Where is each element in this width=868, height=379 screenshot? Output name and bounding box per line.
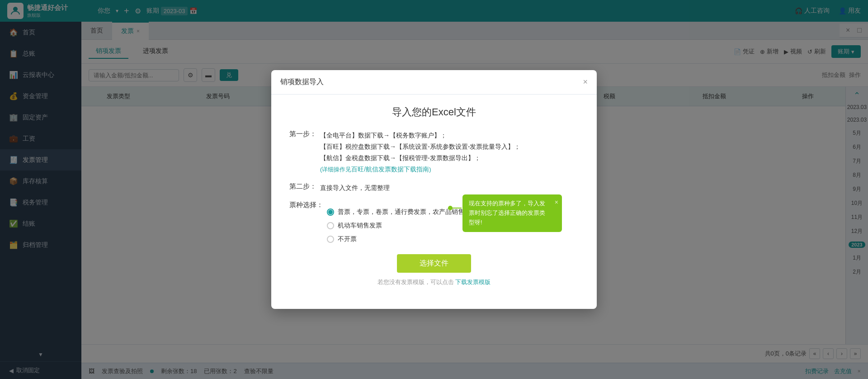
radio-unchecked-icon-2 (327, 222, 334, 229)
step2-label: 第二步： (289, 182, 316, 191)
step2-content: 直接导入文件，无需整理 (320, 182, 390, 194)
tooltip-line (448, 208, 462, 208)
select-file-btn[interactable]: 选择文件 (397, 254, 471, 273)
step1-line1: 【全电平台】数据下载→【税务数字账户】； (320, 130, 520, 141)
template-text: 若您没有发票模版，可以点击 下载发票模版 (377, 278, 491, 286)
tooltip-text: 现在支持的票种多了，导入发票时别忘了选择正确的发票类型呀! (469, 200, 545, 226)
download-template-link[interactable]: 下载发票模版 (455, 279, 491, 285)
radio-unchecked-icon-3 (327, 236, 334, 243)
radio-section: 票种选择： 普票，专票，卷票，通行费发票，农产品销售发票 机动车销售发票 (289, 201, 579, 254)
modal-header: 销项数据导入 × (271, 70, 597, 95)
modal-footer: 选择文件 若您没有发票模版，可以点击 下载发票模版 (289, 254, 579, 295)
step1-row: 第一步： 【全电平台】数据下载→【税务数字账户】； 【百旺】税控盘数据下载→【系… (289, 130, 579, 175)
radio-label-3: 不开票 (338, 235, 357, 243)
modal-title: 销项数据导入 (280, 77, 324, 87)
step1-label: 第一步： (289, 130, 316, 138)
radio-label-2: 机动车销售发票 (338, 222, 382, 230)
step2-row: 第二步： 直接导入文件，无需整理 (289, 182, 579, 194)
step1-line2: 【百旺】税控盘数据下载→【系统设置-系统参数设置-发票批量导入】； (320, 141, 520, 152)
radio-label-1: 普票，专票，卷票，通行费发票，农产品销售发票 (338, 208, 477, 216)
guide-link[interactable]: 百旺/航信发票数据下载指南 (351, 166, 429, 173)
radio-option-2[interactable]: 机动车销售发票 现在支持的票种多了，导入发票时别忘了选择正确的发票类型呀! × (327, 222, 477, 230)
modal-main-title: 导入您的Excel文件 (289, 105, 579, 119)
tooltip-close-btn[interactable]: × (555, 197, 558, 207)
step1-line3: 【航信】金税盘数据下载→【报税管理-发票数据导出】； (320, 152, 520, 164)
tooltip-bubble: 现在支持的票种多了，导入发票时别忘了选择正确的发票类型呀! × (462, 194, 562, 232)
ticket-label: 票种选择： (289, 201, 323, 209)
import-modal: 销项数据导入 × 导入您的Excel文件 第一步： 【全电平台】数据下载→【税务… (271, 70, 597, 309)
radio-group: 普票，专票，卷票，通行费发票，农产品销售发票 机动车销售发票 现在支持的票种多了… (327, 208, 477, 243)
step1-content: 【全电平台】数据下载→【税务数字账户】； 【百旺】税控盘数据下载→【系统设置-系… (320, 130, 520, 175)
radio-option-1[interactable]: 普票，专票，卷票，通行费发票，农产品销售发票 (327, 208, 477, 216)
modal-close-btn[interactable]: × (583, 77, 588, 87)
radio-checked-icon (327, 208, 334, 216)
step1-note: (详细操作见百旺/航信发票数据下载指南) (320, 164, 520, 175)
modal-overlay: 销项数据导入 × 导入您的Excel文件 第一步： 【全电平台】数据下载→【税务… (0, 0, 868, 379)
modal-body: 导入您的Excel文件 第一步： 【全电平台】数据下载→【税务数字账户】； 【百… (271, 95, 597, 309)
radio-option-3[interactable]: 不开票 (327, 235, 477, 243)
